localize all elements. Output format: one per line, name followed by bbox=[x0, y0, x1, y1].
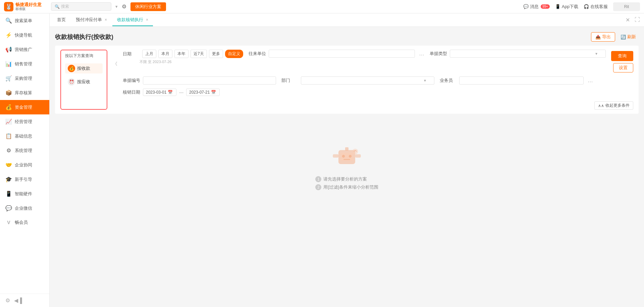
sidebar-label-business: 经营管理 bbox=[15, 119, 32, 125]
sidebar-label-search-menu: 搜索菜单 bbox=[15, 18, 32, 24]
partner-input[interactable] bbox=[269, 50, 415, 58]
tab-prepay[interactable]: 预付冲应付单 × bbox=[71, 14, 112, 26]
filter-option-by-receivable[interactable]: ⏰ 按应收 bbox=[65, 77, 103, 87]
filter-option-by-receipt[interactable]: 💰 按收款 bbox=[65, 63, 103, 73]
staff-input[interactable] bbox=[459, 76, 584, 85]
quick-nav-icon: ⚡ bbox=[5, 32, 12, 38]
sidebar-item-basic[interactable]: 📋 基础信息 bbox=[0, 129, 49, 143]
sidebar-item-hardware[interactable]: 📱 智能硬件 bbox=[0, 187, 49, 201]
refresh-button[interactable]: 🔄 刷新 bbox=[618, 32, 639, 42]
verify-date-field: 核销日期 2023-03-01 📅 — 2023-07-21 📅 bbox=[123, 89, 220, 96]
svg-point-8 bbox=[353, 149, 358, 154]
tip-num-1: 1 bbox=[315, 176, 321, 182]
filter-options-panel: 按以下方案查询 💰 按收款 ⏰ 按应收 bbox=[60, 50, 107, 110]
sidebar-label-system: 系统管理 bbox=[15, 148, 32, 154]
dropdown-icon[interactable]: ▾ bbox=[115, 4, 118, 9]
partner-field: 往来单位 … bbox=[249, 50, 425, 58]
by-receivable-icon: ⏰ bbox=[68, 78, 75, 86]
logo-icon: 🐰 bbox=[4, 2, 13, 11]
partner-dots[interactable]: … bbox=[419, 51, 424, 57]
page-actions: 📤 导出 🔄 刷新 bbox=[591, 32, 639, 42]
collapse-more-btn[interactable]: ∧∧ 收起更多条件 bbox=[594, 101, 633, 110]
this-month-btn[interactable]: 本月 bbox=[158, 50, 172, 58]
sidebar-item-wechat[interactable]: 💬 企业微信 bbox=[0, 201, 49, 215]
filter-section-title: 按以下方案查询 bbox=[65, 53, 103, 59]
dept-label: 部门 bbox=[281, 78, 298, 84]
doc-no-label: 单据编号 bbox=[123, 78, 140, 84]
sidebar-item-inventory[interactable]: 📦 库存核算 bbox=[0, 86, 49, 100]
doc-type-field: 单据类型 ▾ bbox=[430, 50, 606, 58]
collapse-sidebar-icon[interactable]: ◀▐ bbox=[14, 297, 22, 304]
fullscreen-icon[interactable]: ⛶ bbox=[633, 15, 641, 24]
collapse-more-label: 收起更多条件 bbox=[605, 103, 630, 108]
last7-btn[interactable]: 近7天 bbox=[191, 50, 207, 58]
verify-date-start[interactable]: 2023-03-01 📅 bbox=[143, 89, 176, 96]
solution-button[interactable]: 休闲行业方案 bbox=[130, 2, 166, 11]
tab-receipt[interactable]: 收款核销执行 × bbox=[112, 14, 153, 26]
doc-no-input[interactable] bbox=[143, 76, 276, 85]
more-btn[interactable]: 更多 bbox=[209, 50, 223, 58]
cooperation-icon: 🤝 bbox=[5, 162, 12, 168]
search-box[interactable]: 🔍 搜索 bbox=[51, 2, 111, 11]
empty-illustration bbox=[330, 141, 364, 171]
app-download-item[interactable]: 📱 App下载 bbox=[555, 4, 578, 10]
sidebar-label-wechat: 企业微信 bbox=[15, 205, 32, 211]
tab-receipt-label: 收款核销执行 bbox=[117, 17, 143, 23]
dept-field: 部门 ▾ bbox=[281, 76, 435, 85]
sidebar-item-quick-nav[interactable]: ⚡ 快捷导航 bbox=[0, 28, 49, 42]
sidebar-item-guide[interactable]: 🎓 新手引导 bbox=[0, 172, 49, 187]
message-icon: 💬 bbox=[523, 4, 529, 9]
collapse-button[interactable]: 《 bbox=[111, 60, 119, 68]
tab-home-label: 首页 bbox=[57, 17, 66, 23]
sidebar-item-search-menu[interactable]: 🔍 搜索菜单 bbox=[0, 13, 49, 28]
svg-rect-7 bbox=[355, 154, 361, 158]
sidebar-item-finance[interactable]: 💰 资金管理 bbox=[0, 100, 49, 114]
sidebar-bottom: ⚙ ◀▐ bbox=[0, 294, 49, 307]
dept-select[interactable]: ▾ bbox=[301, 76, 435, 85]
this-year-btn[interactable]: 本年 bbox=[174, 50, 189, 58]
last-month-btn[interactable]: 上月 bbox=[142, 50, 156, 58]
tab-home[interactable]: 首页 bbox=[52, 14, 70, 26]
settings-bottom-icon[interactable]: ⚙ bbox=[5, 297, 10, 304]
user-avatar[interactable]: Rit bbox=[613, 2, 640, 11]
date-limit-text: 不限 至 2023-07-26 bbox=[140, 59, 171, 64]
tab-prepay-close[interactable]: × bbox=[105, 17, 107, 22]
export-icon: 📤 bbox=[595, 35, 601, 40]
sidebar-item-business[interactable]: 📈 经营管理 bbox=[0, 114, 49, 129]
setting-button[interactable]: 设置 bbox=[613, 63, 633, 72]
sidebar-label-cooperation: 企业协同 bbox=[15, 162, 32, 168]
sidebar-label-inventory: 库存核算 bbox=[15, 90, 32, 96]
date-range-separator: — bbox=[179, 90, 183, 95]
partner-label: 往来单位 bbox=[249, 51, 266, 57]
query-button[interactable]: 查询 bbox=[611, 51, 633, 61]
main-layout: 🔍 搜索菜单 ⚡ 快捷导航 📢 营销推广 📊 销售管理 🛒 采购管理 📦 库存核… bbox=[0, 13, 644, 307]
verify-date-end[interactable]: 2023-07-21 📅 bbox=[186, 89, 220, 96]
close-tab-icon[interactable]: ✕ bbox=[624, 15, 631, 24]
date-buttons: 上月 本月 本年 近7天 更多 自定义 bbox=[142, 50, 243, 58]
verify-date-label: 核销日期 bbox=[123, 89, 140, 95]
sidebar-item-purchase[interactable]: 🛒 采购管理 bbox=[0, 71, 49, 86]
guide-icon: 🎓 bbox=[5, 176, 12, 183]
sidebar-item-cooperation[interactable]: 🤝 企业协同 bbox=[0, 158, 49, 172]
custom-btn[interactable]: 自定义 bbox=[225, 50, 243, 58]
tab-receipt-close[interactable]: × bbox=[146, 17, 148, 22]
app-logo: 🐰 畅捷通好生意 标准版 bbox=[4, 2, 42, 11]
online-service-item[interactable]: 🎧 在线客服 bbox=[584, 4, 608, 10]
sidebar-item-member[interactable]: V 畅会员 bbox=[0, 215, 49, 229]
doc-type-select[interactable]: ▾ bbox=[450, 50, 606, 58]
sidebar-item-system[interactable]: ⚙ 系统管理 bbox=[0, 143, 49, 158]
by-receipt-label: 按收款 bbox=[77, 65, 90, 71]
verify-date-start-text: 2023-03-01 bbox=[146, 90, 166, 95]
date-field: 日期 上月 本月 本年 近7天 更多 自定义 bbox=[123, 50, 243, 64]
sidebar-item-marketing[interactable]: 📢 营销推广 bbox=[0, 42, 49, 57]
page-header: 收款核销执行(按收款) 📤 导出 🔄 刷新 bbox=[55, 32, 639, 42]
verify-date-end-text: 2023-07-21 bbox=[189, 90, 210, 95]
export-button[interactable]: 📤 导出 bbox=[591, 32, 615, 42]
message-item[interactable]: 💬 消息 99+ bbox=[523, 4, 550, 10]
sidebar-item-sales[interactable]: 📊 销售管理 bbox=[0, 57, 49, 71]
search-placeholder: 搜索 bbox=[61, 4, 69, 9]
app-download-label: App下载 bbox=[562, 4, 578, 10]
staff-dots[interactable]: … bbox=[588, 78, 593, 84]
top-bar: 🐰 畅捷通好生意 标准版 🔍 搜索 ▾ ⚙ 休闲行业方案 💬 消息 99+ 📱 … bbox=[0, 0, 644, 13]
gear-icon[interactable]: ⚙ bbox=[122, 3, 126, 10]
